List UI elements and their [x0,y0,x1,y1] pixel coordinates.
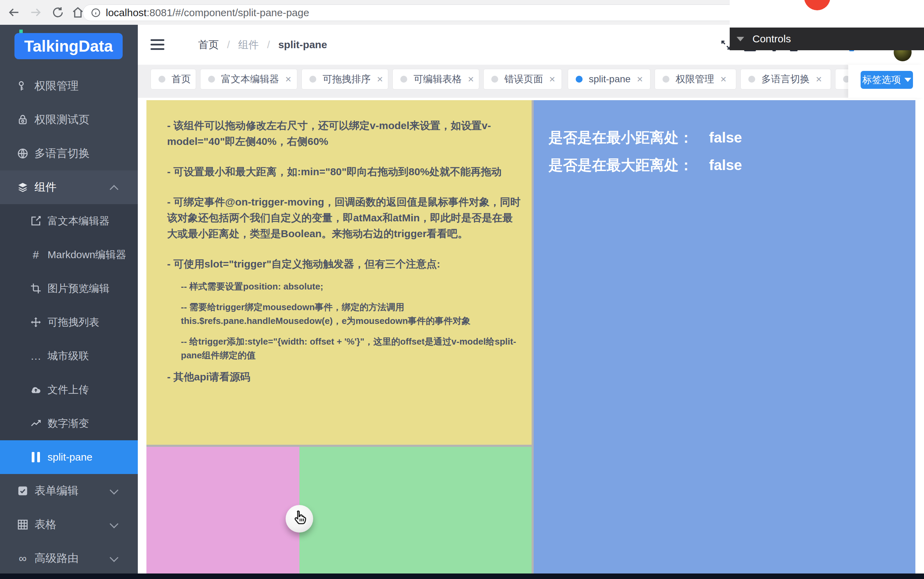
page-tab-language[interactable]: 多语言切换 × [740,69,831,90]
ellipsis-icon: … [30,350,42,362]
page-tab-split-pane-active[interactable]: split-pane × [568,69,650,90]
note-paragraph: - 可使用slot="trigger"自定义拖动触发器，但有三个注意点: [167,256,522,272]
sidebar-submenu-components: 富文本编辑器 # Markdown编辑器 图片预览编辑 可拖拽列表 … 城市 [0,204,138,474]
status-value-max: false [709,157,742,173]
sidebar-item-label: 文件上传 [48,383,89,397]
breadcrumb-separator: / [267,39,270,51]
sidebar-item-language-switch[interactable]: 多语言切换 [0,137,138,170]
status-line-min: 是否是在最小距离处：false [548,124,742,152]
sidebar-item-split-pane[interactable]: split-pane [0,440,138,474]
sidebar-item-file-upload[interactable]: 文件上传 [0,373,138,407]
edit-icon [30,215,42,227]
status-value-min: false [709,129,742,146]
chevron-down-icon [110,519,118,528]
sidebar-item-advanced-router[interactable]: ∞ 高级路由 [0,541,138,575]
sidebar-item-rich-text-editor[interactable]: 富文本编辑器 [0,204,138,238]
tab-dot [208,76,215,83]
layers-icon [16,181,29,193]
sidebar-item-markdown-editor[interactable]: # Markdown编辑器 [0,238,138,272]
checkbox-icon [16,485,29,497]
controls-bar[interactable]: Controls [730,28,924,50]
hand-cursor-icon [292,509,309,527]
sidebar-item-label: Markdown编辑器 [48,248,126,262]
chevron-down-icon [110,553,118,562]
pause-icon [30,451,42,463]
close-icon[interactable]: × [816,73,822,85]
url-text: localhost:8081/#/component/split-pane-pa… [106,7,309,19]
logo-accent-dot [19,29,23,33]
sidebar-item-number-transition[interactable]: 数字渐变 [0,407,138,440]
forward-icon[interactable] [29,5,43,19]
note-paragraph: - 可绑定事件@on-trigger-moving，回调函数的返回值是鼠标事件对… [167,194,522,242]
globe-icon [16,147,29,160]
sidebar-item-table[interactable]: 表格 [0,508,138,541]
close-icon[interactable]: × [468,73,474,85]
site-info-icon[interactable] [90,8,101,18]
back-icon[interactable] [7,5,21,19]
reload-icon[interactable] [51,5,65,19]
split-pane-notes: - 该组件可以拖动修改左右尺寸，还可以绑定v-model来设置，如设置v-mod… [167,118,522,399]
url-path: :8081/#/component/split-pane-page [146,7,309,18]
page-tab-rich-text[interactable]: 富文本编辑器 × [200,69,297,90]
page-tab-editable-table[interactable]: 可编辑表格 × [392,69,479,90]
close-icon[interactable]: × [720,73,727,85]
app-logo[interactable]: TalkingData [15,33,123,59]
screenshot-root: { "browser": { "url_host": "localhost", … [0,0,924,579]
sidebar-item-permission-management[interactable]: 权限管理 [0,69,138,103]
page-tab-permission[interactable]: 权限管理 × [655,69,736,90]
sidebar-item-image-preview-edit[interactable]: 图片预览编辑 [0,272,138,305]
status-line-max: 是否是在最大距离处：false [548,152,742,179]
controls-title: Controls [752,33,791,45]
tab-dot [400,76,407,83]
sidebar-item-city-cascade[interactable]: … 城市级联 [0,339,138,373]
sidebar-item-label: split-pane [48,451,92,463]
sidebar: TalkingData 权限管理 权限测试页 多语言切换 组件 [0,25,138,579]
close-icon[interactable]: × [377,73,383,85]
close-icon[interactable]: × [285,73,292,85]
note-paragraph: - 可设置最小和最大距离，如:min="80"即向右拖动到80%处就不能再拖动 [167,164,522,180]
caret-down-icon [737,37,744,41]
sidebar-item-label: 高级路由 [34,551,79,566]
url-host: localhost [106,7,146,18]
tab-dot [309,76,316,83]
key-icon [16,80,29,92]
record-dot-icon [804,0,830,10]
sidebar-item-label: 富文本编辑器 [48,214,110,228]
breadcrumb-separator: / [227,39,230,51]
sidebar-item-label: 表单编辑 [34,483,79,499]
sidebar-item-permission-test[interactable]: 权限测试页 [0,103,138,137]
cloud-upload-icon [30,383,42,396]
close-icon[interactable]: × [637,73,643,85]
split-pane-bottom-right [299,447,532,574]
note-paragraph: - 其他api请看源码 [167,369,522,385]
tab-options-button[interactable]: 标签选项 [861,71,913,89]
sidebar-item-label: 权限管理 [34,79,79,94]
tab-options-panel: 标签选项 [848,65,924,98]
hamburger-menu-icon[interactable] [151,39,164,53]
breadcrumb-home[interactable]: 首页 [198,38,219,52]
split-pane-bottom-left [146,447,299,574]
sidebar-item-label: 城市级联 [48,349,89,363]
hash-icon: # [30,249,42,261]
lock-icon [16,114,29,126]
page-tab-home[interactable]: 首页 [151,69,196,90]
sidebar-item-form-edit[interactable]: 表单编辑 [0,474,138,508]
sidebar-item-label: 多语言切换 [34,146,90,161]
note-subitem: -- 需要给trigger绑定mousedown事件，绑定的方法调用this.$… [181,300,522,328]
breadcrumb: 首页 / 组件 / split-pane [198,25,327,65]
breadcrumb-section[interactable]: 组件 [238,38,259,52]
page-tab-error-page[interactable]: 错误页面 × [483,69,562,90]
sidebar-item-label: 表格 [34,517,56,532]
sidebar-item-draggable-list[interactable]: 可拖拽列表 [0,305,138,339]
infinity-icon: ∞ [16,552,29,564]
sidebar-menu: 权限管理 权限测试页 多语言切换 组件 [0,69,138,575]
page-tab-strip: 首页 富文本编辑器 × 可拖拽排序 × 可编辑表格 × 错误页面 × split… [138,65,924,98]
move-icon [30,316,42,329]
sidebar-item-components[interactable]: 组件 [0,170,138,204]
note-subitem: -- 给trigger添加:style="{width: offset + '%… [181,335,522,362]
vertical-split-trigger[interactable] [532,100,533,574]
breadcrumb-current: split-pane [278,39,327,51]
sidebar-item-label: 数字渐变 [48,417,89,431]
page-tab-drag-sort[interactable]: 可拖拽排序 × [302,69,388,90]
close-icon[interactable]: × [549,73,555,85]
